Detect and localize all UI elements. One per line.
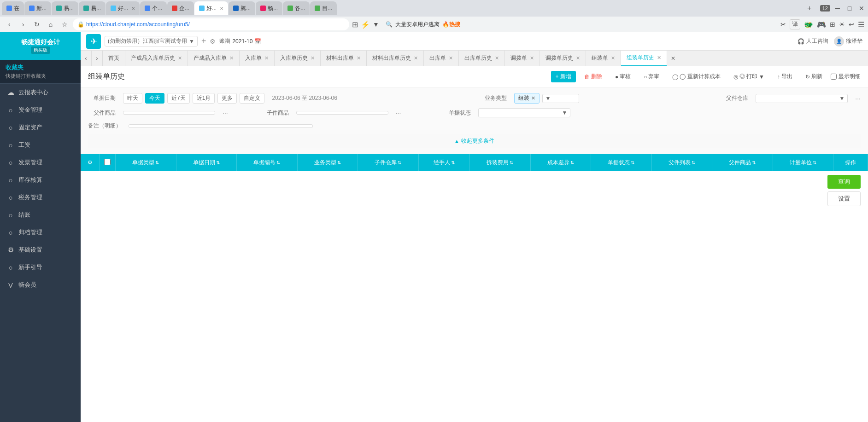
- lightning-icon[interactable]: ⚡: [361, 20, 370, 29]
- col-parent-list[interactable]: 父件列表⇅: [651, 154, 712, 171]
- page-tab-close[interactable]: ✕: [414, 55, 418, 61]
- qr-icon[interactable]: ⊞: [352, 20, 358, 29]
- sidebar-item-结账[interactable]: ○结账: [0, 206, 81, 224]
- col-handler[interactable]: 经手人⇅: [418, 154, 470, 171]
- sidebar-item-库存核算[interactable]: ○库存核算: [0, 171, 81, 189]
- filter-settings-btn[interactable]: 设置: [827, 191, 861, 206]
- tag-remove-btn[interactable]: ✕: [531, 95, 535, 101]
- browser-tab-1[interactable]: 在: [2, 1, 24, 15]
- undo-icon[interactable]: ↩: [849, 21, 854, 28]
- export-btn[interactable]: ↑ 导出: [773, 71, 797, 82]
- delete-btn[interactable]: 🗑 删除: [580, 71, 607, 82]
- page-tab-出库单[interactable]: 出库单✕: [424, 51, 459, 66]
- recalculate-btn[interactable]: ◯ ◯ 重新计算成本: [668, 71, 725, 82]
- minimize-button[interactable]: ─: [833, 5, 842, 12]
- emoji-icon[interactable]: 🐲: [804, 20, 813, 29]
- menu-icon[interactable]: ☰: [858, 20, 864, 29]
- date-btn-昨天[interactable]: 昨天: [123, 93, 142, 104]
- tabs-right-arrow[interactable]: ›: [92, 51, 103, 66]
- new-tab-button[interactable]: +: [803, 2, 816, 15]
- close-button[interactable]: ✕: [857, 5, 866, 12]
- browser-tab-2[interactable]: 新...: [24, 1, 51, 15]
- date-btn-更多[interactable]: 更多: [217, 93, 237, 104]
- browser-tab-6[interactable]: 个...: [140, 1, 167, 15]
- col-business-type[interactable]: 业务类型⇅: [297, 154, 358, 171]
- page-tab-调拨单[interactable]: 调拨单✕: [505, 51, 540, 66]
- table-checkbox-col[interactable]: [100, 154, 116, 171]
- sun-icon[interactable]: ☀: [839, 21, 845, 28]
- note-input[interactable]: [129, 124, 313, 128]
- sidebar-item-税务管理[interactable]: ○税务管理: [0, 189, 81, 206]
- grid-icon[interactable]: ⊞: [830, 21, 835, 28]
- company-selector[interactable]: (勿删勿禁用）江西服宝测试专用 ▼: [105, 36, 198, 46]
- col-bill-status[interactable]: 单据状态⇅: [591, 154, 652, 171]
- abandon-btn[interactable]: ○ 弃审: [639, 71, 664, 82]
- col-unit[interactable]: 计量单位⇅: [773, 154, 833, 171]
- browser-tab-8[interactable]: 好...✕: [194, 1, 228, 15]
- service-btn[interactable]: 🎧 人工咨询: [798, 37, 828, 45]
- collapse-bar[interactable]: ▲ 收起更多条件: [88, 134, 861, 148]
- browser-tab-3[interactable]: 易...: [52, 1, 78, 15]
- browser-tab-9[interactable]: 腾...: [229, 1, 255, 15]
- col-bill-date[interactable]: 单据日期⇅: [176, 154, 237, 171]
- col-parent-goods[interactable]: 父件商品⇅: [712, 154, 773, 171]
- col-cost-diff[interactable]: 成本差异⇅: [530, 154, 591, 171]
- sidebar-item-新手引导[interactable]: ○新手引导: [0, 259, 81, 276]
- show-detail-checkbox-label[interactable]: 显示明细: [831, 73, 861, 81]
- browser-tab-5[interactable]: 好...✕: [106, 1, 140, 15]
- game-icon[interactable]: 🎮: [817, 20, 826, 29]
- translate-icon[interactable]: 译: [790, 19, 800, 29]
- col-assemble-cost[interactable]: 拆装费用⇅: [470, 154, 531, 171]
- scissors-icon[interactable]: ✂: [780, 21, 786, 28]
- browser-tab-11[interactable]: 各...: [283, 1, 310, 15]
- date-btn-近7天[interactable]: 近7天: [167, 93, 190, 104]
- table-settings-col[interactable]: ⚙: [81, 154, 100, 171]
- page-tab-产成品入库单历史[interactable]: 产成品入库单历史✕: [125, 51, 188, 66]
- page-tab-close[interactable]: ✕: [178, 55, 182, 61]
- page-tab-close[interactable]: ✕: [576, 55, 580, 61]
- bookmark-button[interactable]: ☆: [59, 19, 70, 30]
- sidebar-item-资金管理[interactable]: ○资金管理: [0, 101, 81, 119]
- page-tab-close[interactable]: ✕: [530, 55, 534, 61]
- page-tab-close[interactable]: ✕: [657, 55, 661, 61]
- bill-status-dropdown[interactable]: ▼: [478, 108, 570, 117]
- parent-goods-dots[interactable]: ···: [223, 109, 228, 116]
- new-btn[interactable]: + 新增: [551, 71, 576, 82]
- page-tab-close[interactable]: ✕: [229, 55, 234, 61]
- period-selector[interactable]: 账期 2021-10 📅: [219, 37, 261, 45]
- page-tab-产成品入库单[interactable]: 产成品入库单✕: [188, 51, 240, 66]
- page-tab-close[interactable]: ✕: [311, 55, 315, 61]
- page-tab-组装单[interactable]: 组装单✕: [586, 51, 621, 66]
- date-btn-自定义[interactable]: 自定义: [240, 93, 264, 104]
- sidebar-item-基础设置[interactable]: ⚙基础设置: [0, 241, 81, 259]
- address-bar[interactable]: 🔒 https://cloud.chanjet.com/accounting/u…: [73, 18, 349, 30]
- page-tab-close[interactable]: ✕: [495, 55, 499, 61]
- page-tab-入库单[interactable]: 入库单✕: [240, 51, 275, 66]
- page-tab-出库单历史[interactable]: 出库单历史✕: [459, 51, 505, 66]
- add-company-btn[interactable]: +: [201, 36, 206, 46]
- col-bill-no[interactable]: 单据编号⇅: [237, 154, 298, 171]
- date-btn-今天[interactable]: 今天: [145, 93, 164, 104]
- sidebar-item-工资[interactable]: ○工资: [0, 136, 81, 154]
- page-tab-close[interactable]: ✕: [611, 55, 615, 61]
- tabs-close-all-btn[interactable]: ✕: [667, 51, 679, 66]
- select-all-checkbox[interactable]: [104, 159, 111, 165]
- table-settings-icon[interactable]: ⚙: [85, 158, 94, 167]
- page-tab-调拨单历史[interactable]: 调拨单历史✕: [540, 51, 586, 66]
- sidebar-item-归档管理[interactable]: ○归档管理: [0, 224, 81, 241]
- date-btn-近1月[interactable]: 近1月: [193, 93, 215, 104]
- page-tab-close[interactable]: ✕: [449, 55, 453, 61]
- back-button[interactable]: ‹: [4, 19, 15, 30]
- page-tab-组装单历史[interactable]: 组装单历史✕: [621, 51, 667, 66]
- maximize-button[interactable]: □: [845, 5, 854, 12]
- favorites-sub[interactable]: 快捷键打开收藏夹: [6, 73, 75, 80]
- settings-btn[interactable]: ⚙: [210, 38, 216, 45]
- show-detail-checkbox[interactable]: [831, 74, 837, 80]
- parent-warehouse-dropdown[interactable]: ▼: [756, 94, 848, 103]
- page-tab-close[interactable]: ✕: [357, 55, 361, 61]
- page-tab-首页[interactable]: 首页: [103, 51, 125, 66]
- sidebar-item-畅会员[interactable]: V畅会员: [0, 276, 81, 294]
- page-tab-close[interactable]: ✕: [264, 55, 269, 61]
- parent-warehouse-dots[interactable]: ···: [855, 95, 861, 102]
- col-bill-type[interactable]: 单据类型⇅: [116, 154, 176, 171]
